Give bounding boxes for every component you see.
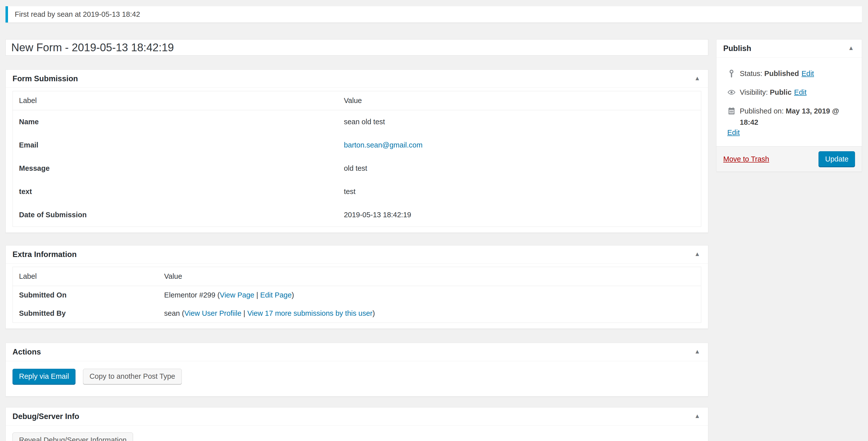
field-label: Date of Submission xyxy=(13,203,338,227)
collapse-toggle-icon[interactable]: ▲ xyxy=(693,74,701,82)
sidebar: Publish ▲ Status: PublishedEdit xyxy=(716,39,862,172)
edit-published-on-link[interactable]: Edit xyxy=(727,128,740,137)
value-separator: | xyxy=(254,291,260,299)
calendar-icon xyxy=(727,107,736,115)
move-to-trash-link[interactable]: Move to Trash xyxy=(723,155,769,163)
value-prefix: Elementor #299 ( xyxy=(164,291,220,299)
published-on-text: Published on: May 13, 2019 @ 18:42 xyxy=(740,105,855,128)
edit-visibility-link[interactable]: Edit xyxy=(794,88,806,96)
visibility-text: Visibility: PublicEdit xyxy=(740,87,806,98)
field-value: old test xyxy=(338,157,701,180)
field-value: sean old test xyxy=(338,110,701,134)
panel-extra-information-title: Extra Information xyxy=(6,246,708,263)
reply-via-email-button[interactable]: Reply via Email xyxy=(12,369,75,384)
post-title-input[interactable] xyxy=(5,39,708,56)
field-label: Email xyxy=(13,133,338,157)
publish-box-body: Status: PublishedEdit Visibility: Public… xyxy=(716,58,862,146)
collapse-toggle-icon[interactable]: ▲ xyxy=(693,347,701,355)
column-header-value: Value xyxy=(158,267,701,286)
table-row: Email barton.sean@gmail.com xyxy=(13,133,701,157)
content-columns: Form Submission ▲ Label Value Name sean … xyxy=(5,39,862,441)
view-user-profile-link[interactable]: View User Profiile xyxy=(184,309,241,317)
status-value: Published xyxy=(764,69,799,77)
view-page-link[interactable]: View Page xyxy=(220,291,254,299)
field-label: Message xyxy=(13,157,338,180)
table-row: Name sean old test xyxy=(13,110,701,134)
field-value: barton.sean@gmail.com xyxy=(338,133,701,157)
field-label: Submitted By xyxy=(13,304,158,323)
field-label: text xyxy=(13,180,338,203)
status-text: Status: PublishedEdit xyxy=(740,68,814,79)
collapse-toggle-icon[interactable]: ▲ xyxy=(847,44,855,52)
field-value: test xyxy=(338,180,701,203)
table-row: text test xyxy=(13,180,701,203)
visibility-label: Visibility: xyxy=(740,88,768,96)
view-more-submissions-link[interactable]: View 17 more submissions by this user xyxy=(247,309,372,317)
field-label: Name xyxy=(13,110,338,134)
table-row: Message old test xyxy=(13,157,701,180)
panel-form-submission-title: Form Submission xyxy=(6,70,708,88)
panel-form-submission-body: Label Value Name sean old test Email ba xyxy=(6,88,708,232)
visibility-row: Visibility: PublicEdit xyxy=(727,87,855,98)
panel-debug-title: Debug/Server Info xyxy=(6,408,708,426)
panel-actions-body: Reply via Email Copy to another Post Typ… xyxy=(6,361,708,396)
update-button[interactable]: Update xyxy=(818,151,855,167)
table-row: Date of Submission 2019-05-13 18:42:19 xyxy=(13,203,701,227)
published-on-label: Published on: xyxy=(740,107,784,115)
panel-actions: Actions ▲ Reply via Email Copy to anothe… xyxy=(5,343,708,396)
reveal-debug-info-button[interactable]: Reveal Debug/Server Information xyxy=(12,433,133,441)
table-header-row: Label Value xyxy=(13,91,701,110)
field-value: 2019-05-13 18:42:19 xyxy=(338,203,701,227)
table-row: Submitted On Elementor #299 (View Page |… xyxy=(13,286,701,305)
panel-debug-body: Reveal Debug/Server Information xyxy=(6,426,708,441)
edit-page-link[interactable]: Edit Page xyxy=(260,291,292,299)
published-on-row: Published on: May 13, 2019 @ 18:42 xyxy=(727,105,855,128)
notice-text: First read by sean at 2019-05-13 18:42 xyxy=(15,10,140,19)
collapse-toggle-icon[interactable]: ▲ xyxy=(693,412,701,420)
panel-actions-title: Actions xyxy=(6,343,708,361)
column-header-label: Label xyxy=(13,267,158,286)
panel-debug-server-info: Debug/Server Info ▲ Reveal Debug/Server … xyxy=(5,407,708,441)
collapse-toggle-icon[interactable]: ▲ xyxy=(693,250,701,258)
copy-to-post-type-button[interactable]: Copy to another Post Type xyxy=(83,369,182,384)
value-suffix: ) xyxy=(292,291,294,299)
table-row: Submitted By sean (View User Profiile | … xyxy=(13,304,701,323)
status-label: Status: xyxy=(740,69,762,77)
panel-extra-information-body: Label Value Submitted On Elementor #299 … xyxy=(6,263,708,328)
value-prefix: sean ( xyxy=(164,309,185,317)
pin-status-icon xyxy=(727,69,736,78)
eye-visibility-icon xyxy=(727,88,736,96)
visibility-value: Public xyxy=(770,88,792,96)
publish-box: Publish ▲ Status: PublishedEdit xyxy=(716,39,862,172)
extra-information-table: Label Value Submitted On Elementor #299 … xyxy=(12,267,701,323)
form-submission-table: Label Value Name sean old test Email ba xyxy=(12,91,701,227)
panel-form-submission: Form Submission ▲ Label Value Name sean … xyxy=(5,69,708,233)
main-column: Form Submission ▲ Label Value Name sean … xyxy=(5,39,708,441)
column-header-label: Label xyxy=(13,91,338,110)
publish-box-footer: Move to Trash Update xyxy=(716,146,862,171)
table-header-row: Label Value xyxy=(13,267,701,286)
field-value: sean (View User Profiile | View 17 more … xyxy=(158,304,701,323)
status-row: Status: PublishedEdit xyxy=(727,68,855,79)
column-header-value: Value xyxy=(338,91,701,110)
panel-extra-information: Extra Information ▲ Label Value Submitte… xyxy=(5,245,708,329)
edit-status-link[interactable]: Edit xyxy=(802,69,814,77)
email-link[interactable]: barton.sean@gmail.com xyxy=(344,141,423,149)
field-value: Elementor #299 (View Page | Edit Page) xyxy=(158,286,701,305)
value-separator: | xyxy=(242,309,248,317)
publish-box-title: Publish xyxy=(716,39,862,58)
value-suffix: ) xyxy=(372,309,375,317)
first-read-notice: First read by sean at 2019-05-13 18:42 xyxy=(5,6,862,23)
field-label: Submitted On xyxy=(13,286,158,305)
